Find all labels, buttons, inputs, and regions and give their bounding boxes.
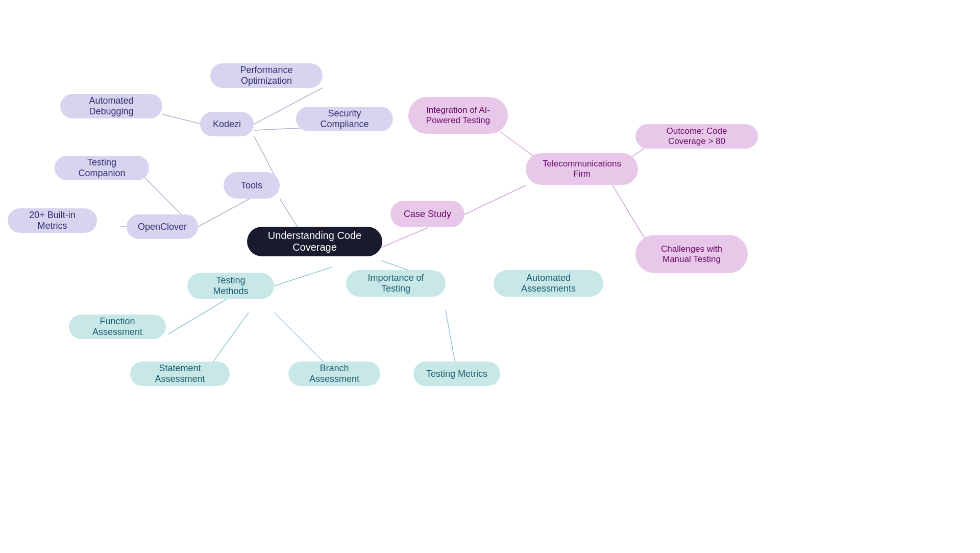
- kodezi-node: Kodezi: [200, 112, 254, 136]
- tools-node: Tools: [224, 172, 280, 199]
- performance-optimization-node: Performance Optimization: [210, 63, 323, 88]
- automated-debugging-node: Automated Debugging: [60, 94, 162, 118]
- svg-line-13: [274, 267, 332, 286]
- svg-line-2: [198, 198, 252, 227]
- testing-metrics-node: Testing Metrics: [413, 362, 500, 386]
- testing-methods-node: Testing Methods: [187, 273, 274, 299]
- svg-line-9: [464, 185, 526, 214]
- branch-assessment-node: Branch Assessment: [288, 362, 380, 386]
- outcome-node: Outcome: Code Coverage > 80: [635, 124, 758, 149]
- telecom-node: Telecommunications Firm: [526, 153, 638, 185]
- openclover-node: OpenClover: [127, 214, 198, 239]
- ai-powered-node: Integration of AI-Powered Testing: [408, 97, 508, 134]
- central-node: Understanding Code Coverage: [247, 227, 382, 256]
- automated-assessments-node: Automated Assessments: [494, 270, 603, 297]
- importance-testing-node: Importance of Testing: [346, 270, 446, 297]
- builtin-metrics-node: 20+ Built-in Metrics: [8, 208, 97, 233]
- svg-line-8: [381, 228, 428, 248]
- testing-companion-node: Testing Companion: [55, 156, 149, 180]
- function-assessment-node: Function Assessment: [69, 315, 166, 339]
- case-study-node: Case Study: [390, 201, 464, 227]
- statement-assessment-node: Statement Assessment: [130, 362, 230, 386]
- svg-line-6: [143, 176, 181, 214]
- security-compliance-node: Security Compliance: [296, 107, 393, 131]
- challenges-node: Challenges with Manual Testing: [635, 235, 748, 273]
